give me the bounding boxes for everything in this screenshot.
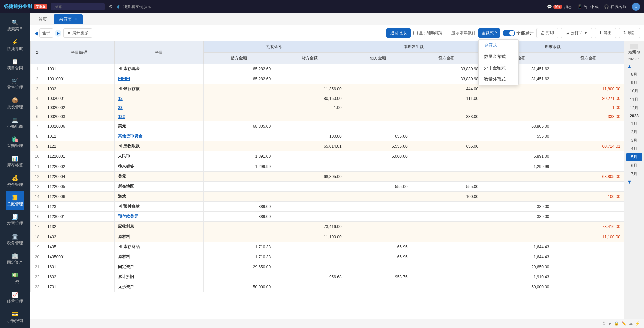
row-name[interactable]: 23: [115, 103, 203, 112]
sidebar-item-wholesale[interactable]: 📦批发管理: [6, 94, 24, 113]
tab-home[interactable]: 首页: [33, 14, 52, 24]
lightning-icon[interactable]: ⚡: [635, 321, 640, 326]
filter-back-icon[interactable]: ◀: [34, 30, 38, 36]
month-item[interactable]: 11月: [626, 95, 642, 104]
subject-link[interactable]: 122: [118, 114, 125, 119]
show-assist-check[interactable]: 显示辅助核算: [413, 30, 443, 36]
amount-mode-btn[interactable]: 金额式 ^: [478, 28, 500, 38]
demo-link[interactable]: ◎ 我要看实例演示: [117, 4, 543, 10]
subject-link[interactable]: 23: [118, 105, 122, 110]
lock-icon[interactable]: 🔒: [614, 321, 619, 326]
row-current-credit: [411, 103, 482, 112]
row-name: 所在地区: [115, 182, 203, 192]
play-icon[interactable]: ▶: [609, 321, 611, 326]
row-current-debit: [345, 212, 411, 222]
expand-more-btn[interactable]: ▼ 展开更多: [63, 28, 92, 38]
sidebar-label-tax: 税务管理: [7, 240, 23, 246]
sidebar-item-purchase[interactable]: 🛍️采购管理: [6, 133, 24, 152]
dropdown-item-qty-foreign[interactable]: 数量外币式: [479, 74, 518, 85]
expand-all-toggle[interactable]: 全部展开: [503, 30, 534, 36]
filter-dropdown[interactable]: 全部: [39, 28, 53, 38]
print-btn[interactable]: 🖨 打印: [536, 28, 558, 38]
show-ytd-check[interactable]: 显示本年累计: [446, 30, 476, 36]
sidebar-item-ecommerce[interactable]: 💻小畅电商: [6, 113, 24, 133]
cloud-print-btn[interactable]: ☁ 云打印 ▼: [561, 28, 592, 38]
row-closing-debit: 1,299.99: [482, 161, 553, 172]
sidebar-item-project[interactable]: 📋项目合同: [6, 55, 24, 74]
row-code: 1403: [44, 232, 115, 242]
row-name[interactable]: 预付款美元: [115, 212, 203, 222]
row-name[interactable]: 122: [115, 112, 203, 121]
month-item[interactable]: 5月: [626, 153, 642, 161]
month-item[interactable]: 6月: [626, 161, 642, 170]
export-btn[interactable]: ⬆ 导出: [595, 28, 616, 38]
settings-icon[interactable]: ⚙: [109, 4, 113, 9]
edit-icon[interactable]: ✏️: [622, 321, 626, 326]
row-opening-debit: 65,282.60: [203, 74, 274, 84]
sidebar-item-retail[interactable]: 🛒零售管理: [6, 74, 24, 94]
subject-link[interactable]: 预付款美元: [118, 214, 138, 219]
dropdown-item-foreign-amount[interactable]: 外币金额式: [479, 62, 518, 74]
month-item[interactable]: 2月: [626, 128, 642, 136]
month-nav-arrow[interactable]: ▲: [626, 63, 642, 70]
col-settings[interactable]: ⚙: [31, 41, 44, 64]
month-nav-arrow[interactable]: ▼: [626, 178, 642, 186]
month-item[interactable]: 10月: [626, 87, 642, 95]
subject-link[interactable]: 回回回: [118, 76, 130, 81]
sidebar-item-ledger[interactable]: 📒总账管理: [6, 191, 24, 210]
sidebar-item-quicknav[interactable]: ⚡快捷导航: [6, 36, 24, 55]
table-row: 22 1602 累计折旧 956.68 953.75 1,910.43: [31, 272, 624, 282]
row-name[interactable]: 12: [115, 94, 203, 103]
tab-balance-close[interactable]: ✕: [74, 17, 77, 21]
month-item[interactable]: 4月: [626, 145, 642, 153]
row-current-credit: [411, 202, 482, 212]
show-ytd-checkbox[interactable]: [446, 31, 450, 35]
month-item[interactable]: 9月: [626, 79, 642, 87]
app-download-btn[interactable]: 📱 App下载: [577, 4, 599, 10]
notification-btn[interactable]: 💬 99+ 消息: [547, 4, 572, 10]
sidebar-item-invoice[interactable]: 🧾发票管理: [6, 210, 24, 230]
row-opening-debit: 65,282.60: [203, 64, 274, 74]
sidebar-label-inventory: 库存核算: [7, 162, 23, 168]
row-name[interactable]: 回回回: [115, 74, 203, 84]
row-opening-credit: 956.68: [274, 272, 345, 282]
top-search-input[interactable]: [51, 3, 105, 10]
sidebar-item-inventory[interactable]: 📊库存核算: [6, 152, 24, 172]
row-current-credit: [411, 252, 482, 262]
sidebar-item-search[interactable]: 🔍搜索菜单: [6, 16, 24, 36]
period-select-title[interactable]: 期间选择: [630, 44, 638, 49]
row-current-credit: [411, 232, 482, 242]
sidebar-item-sales[interactable]: 💳小畅报销: [6, 308, 24, 327]
sidebar-item-tax[interactable]: 🏛️税务管理: [6, 230, 24, 249]
subject-link[interactable]: 其他货币资金: [118, 134, 142, 138]
month-item[interactable]: 8月: [626, 70, 642, 79]
sidebar-item-assets[interactable]: 🏢固定资产: [6, 249, 24, 269]
month-item[interactable]: 3月: [626, 136, 642, 145]
refresh-btn[interactable]: ↻ 刷新: [619, 28, 640, 38]
month-item[interactable]: 12月: [626, 104, 642, 112]
row-current-debit: 65.95: [345, 252, 411, 262]
row-code: 10020001: [44, 94, 115, 103]
month-item[interactable]: 1月: [626, 120, 642, 128]
back-old-btn[interactable]: 退回旧版: [386, 28, 411, 38]
month-item[interactable]: 7月: [626, 170, 642, 178]
row-name[interactable]: 其他货币资金: [115, 131, 203, 141]
sidebar-item-operations[interactable]: 📈经营管理: [6, 288, 24, 308]
dropdown-item-amount[interactable]: 金额式: [479, 40, 518, 51]
lang-switch[interactable]: 英: [602, 321, 606, 326]
col-opening-header: 期初余额: [203, 41, 345, 53]
expand-all-switch[interactable]: [503, 30, 515, 36]
show-assist-checkbox[interactable]: [413, 31, 418, 35]
online-service-btn[interactable]: 🎧 在线客服: [604, 4, 627, 10]
sidebar-item-capital[interactable]: 💰资金管理: [6, 172, 24, 191]
row-opening-debit: [203, 172, 274, 182]
user-avatar[interactable]: U: [632, 3, 640, 11]
filter-forward-icon[interactable]: ▶: [55, 30, 61, 37]
subject-link[interactable]: 12: [118, 96, 122, 101]
cloud-icon[interactable]: ☁: [629, 321, 633, 326]
row-closing-credit: [553, 121, 624, 131]
tab-balance[interactable]: 余额表 ✕: [54, 14, 83, 24]
row-current-debit: [345, 103, 411, 112]
sidebar-item-payroll[interactable]: 💵工资: [6, 269, 24, 288]
dropdown-item-qty-amount[interactable]: 数量金额式: [479, 51, 518, 62]
